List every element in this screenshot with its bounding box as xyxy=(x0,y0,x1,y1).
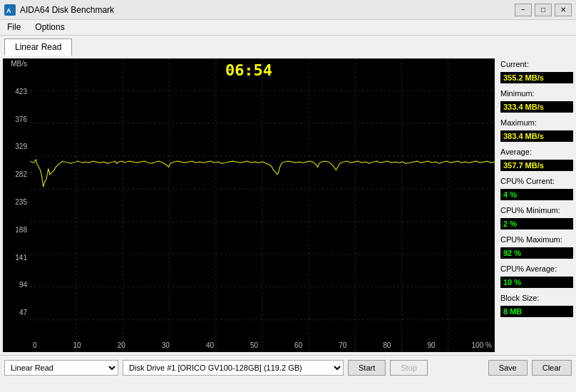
app-title: AIDA64 Disk Benchmark xyxy=(20,5,114,15)
title-bar: A AIDA64 Disk Benchmark − □ ✕ xyxy=(0,0,576,20)
stats-sidebar: Current: 355.2 MB/s Minimum: 333.4 MB/s … xyxy=(498,56,576,355)
y-label-329: 329 xyxy=(3,143,30,150)
y-label-423: 423 xyxy=(3,88,30,96)
y-label-47: 47 xyxy=(3,309,30,316)
average-label: Average: xyxy=(500,148,573,156)
x-label-100: 100 % xyxy=(472,341,492,349)
tab-linear-read[interactable]: Linear Read xyxy=(4,38,72,56)
current-value: 355.2 MB/s xyxy=(500,72,573,83)
y-label-376: 376 xyxy=(3,115,30,123)
cpu-average-value: 10 % xyxy=(500,277,573,288)
cpu-maximum-value: 92 % xyxy=(500,247,573,259)
maximum-label: Maximum: xyxy=(500,118,573,127)
x-label-40: 40 xyxy=(206,341,214,349)
menu-bar: File Options xyxy=(0,20,576,36)
x-label-20: 20 xyxy=(118,341,125,349)
x-label-30: 30 xyxy=(162,341,170,349)
clear-button[interactable]: Clear xyxy=(532,360,572,376)
x-label-90: 90 xyxy=(427,341,435,349)
cpu-current-value: 4 % xyxy=(500,189,573,200)
x-label-60: 60 xyxy=(294,341,302,349)
bottom-bar: Linear Read Disk Drive #1 [ORICO GV100-1… xyxy=(0,355,576,379)
menu-file[interactable]: File xyxy=(3,21,25,33)
cpu-average-label: CPU% Average: xyxy=(500,264,573,273)
y-label-141: 141 xyxy=(3,254,30,262)
y-label-188: 188 xyxy=(3,226,30,234)
x-label-0: 0 xyxy=(33,341,37,349)
minimum-label: Minimum: xyxy=(500,89,573,98)
current-label: Current: xyxy=(500,60,573,68)
y-axis: MB/s 423 376 329 282 235 188 141 94 47 xyxy=(3,58,30,338)
window-controls: − □ ✕ xyxy=(515,4,572,16)
average-value: 357.7 MB/s xyxy=(500,160,573,171)
chart-svg xyxy=(30,58,495,352)
cpu-minimum-label: CPU% Minimum: xyxy=(500,206,573,215)
x-label-50: 50 xyxy=(250,341,258,349)
blocksize-label: Block Size: xyxy=(500,294,573,302)
blocksize-value: 8 MB xyxy=(500,306,573,317)
x-label-80: 80 xyxy=(383,341,391,349)
save-button[interactable]: Save xyxy=(488,360,528,376)
test-dropdown[interactable]: Linear Read xyxy=(4,360,118,376)
cpu-minimum-value: 2 % xyxy=(500,218,573,229)
y-label-235: 235 xyxy=(3,198,30,206)
x-label-70: 70 xyxy=(339,341,346,349)
drive-dropdown[interactable]: Disk Drive #1 [ORICO GV100-128GB] (119.2… xyxy=(123,360,344,376)
cpu-maximum-label: CPU% Maximum: xyxy=(500,235,573,244)
main-area: 06:54 MB/s 423 376 329 282 235 188 141 9… xyxy=(0,56,576,355)
x-axis: 0 10 20 30 40 50 60 70 80 90 100 % xyxy=(30,338,495,352)
svg-text:A: A xyxy=(6,7,11,14)
maximize-button[interactable]: □ xyxy=(535,4,552,16)
tab-bar: Linear Read xyxy=(0,36,576,56)
chart-area: 06:54 MB/s 423 376 329 282 235 188 141 9… xyxy=(3,58,495,352)
app-icon: A xyxy=(4,4,16,16)
minimize-button[interactable]: − xyxy=(515,4,532,16)
menu-options[interactable]: Options xyxy=(31,21,68,33)
x-label-10: 10 xyxy=(73,341,81,349)
close-button[interactable]: ✕ xyxy=(555,4,572,16)
cpu-current-label: CPU% Current: xyxy=(500,177,573,185)
start-button[interactable]: Start xyxy=(348,360,386,376)
y-label-94: 94 xyxy=(3,281,30,289)
maximum-value: 383.4 MB/s xyxy=(500,130,573,142)
y-label-mbps: MB/s xyxy=(3,60,30,68)
minimum-value: 333.4 MB/s xyxy=(500,101,573,113)
y-label-282: 282 xyxy=(3,170,30,178)
stop-button[interactable]: Stop xyxy=(390,360,428,376)
